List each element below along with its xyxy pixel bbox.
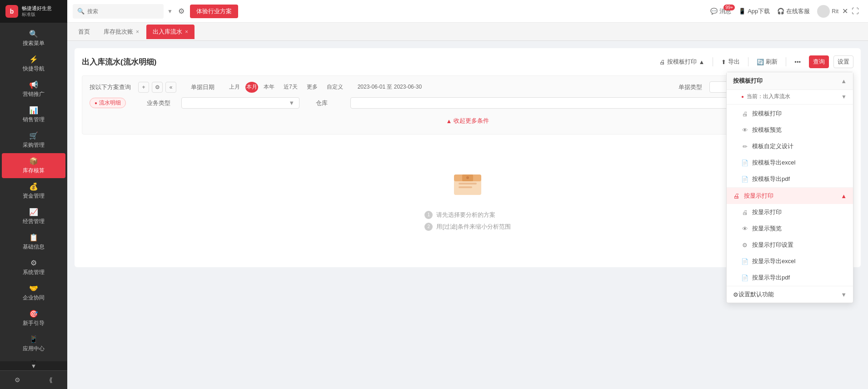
query-btn[interactable]: 查询 [809, 55, 829, 68]
filter-collapse-btn[interactable]: « [165, 82, 176, 93]
sidebar-item-label: 新手引导 [23, 319, 45, 327]
dropdown-title: 按模板打印 [733, 77, 763, 85]
date-btn-last-month[interactable]: 上月 [225, 82, 244, 92]
doc-type-label: 单据类型 [678, 83, 706, 91]
sidebar-scroll-down[interactable]: ▼ [0, 361, 67, 370]
sidebar-item-search[interactable]: 🔍 搜索菜单 [2, 26, 65, 51]
step-2-num: 2 [424, 223, 433, 231]
sidebar-item-quicknav[interactable]: ⚡ 快捷导航 [2, 51, 65, 76]
set-default-icon: ⚙ [733, 291, 738, 298]
dropdown-item-template-print[interactable]: 🖨 按模板打印 [727, 105, 853, 122]
dropdown-item-display-pdf[interactable]: 📄 按显示导出pdf [727, 269, 853, 286]
filter-gear-btn[interactable]: ⚙ [152, 82, 163, 93]
dropdown-footer-label: 设置默认功能 [738, 290, 774, 299]
sidebar-item-sales[interactable]: 📊 销售管理 [2, 102, 65, 127]
operation-icon: 📈 [29, 208, 38, 216]
dropdown-item-template-custom[interactable]: ✏ 模板自定义设计 [727, 138, 853, 155]
refresh-btn[interactable]: 🔄 刷新 [753, 56, 781, 68]
sidebar-item-operation[interactable]: 📈 经营管理 [2, 204, 65, 229]
sidebar-item-wechat[interactable]: 💬 企业微信 [2, 357, 65, 361]
tabbar: 首页 库存批次账 × 出入库流水 × [67, 23, 868, 41]
step-1-num: 1 [424, 211, 433, 219]
dropdown-item-display-excel[interactable]: 📄 按显示导出excel [727, 253, 853, 269]
marketing-icon: 📢 [29, 80, 38, 89]
tab-home[interactable]: 首页 [72, 25, 96, 39]
dropdown-close-icon[interactable]: ▲ [841, 78, 847, 85]
sidebar-item-label: 应用中心 [23, 345, 45, 353]
sidebar-item-guide[interactable]: 🎯 新手引导 [2, 306, 65, 331]
search-box[interactable]: 🔍 [73, 4, 164, 19]
search-chevron-icon[interactable]: ▼ [167, 8, 173, 15]
settings-btn[interactable]: ⚙ [11, 374, 24, 385]
topbar-gear-icon[interactable]: ⚙ [176, 5, 186, 17]
dropdown-item-display-settings[interactable]: ⚙ 按显示打印设置 [727, 237, 853, 253]
business-type-select[interactable]: ▼ [181, 97, 299, 109]
display-pdf-icon: 📄 [741, 274, 748, 281]
template-print-btn[interactable]: 🖨 按模板打印 ▲ [656, 56, 708, 68]
app-edition: 标准版 [22, 11, 52, 18]
date-btn-this-year[interactable]: 本年 [260, 82, 278, 92]
tab-batch-close[interactable]: × [136, 29, 139, 35]
settings-page-btn[interactable]: 设置 [833, 55, 853, 68]
dropdown-item-template-preview[interactable]: 👁 按模板预览 [727, 122, 853, 138]
online-service-btn[interactable]: 🎧 在线客服 [777, 7, 810, 15]
date-btn-more[interactable]: 更多 [303, 82, 321, 92]
phone-icon: 📱 [738, 8, 746, 15]
step-2-text: 用[过滤]条件来缩小分析范围 [436, 221, 510, 233]
date-btn-7days[interactable]: 近7天 [280, 82, 301, 92]
sidebar-item-finance[interactable]: 💰 资金管理 [2, 179, 65, 204]
sidebar-item-basic[interactable]: 📋 基础信息 [2, 229, 65, 254]
basic-icon: 📋 [29, 233, 38, 242]
dropdown-footer[interactable]: ⚙ 设置默认功能 ▼ [727, 286, 853, 303]
dropdown-item-template-pdf[interactable]: 📄 按模板导出pdf [727, 171, 853, 187]
dropdown-item-display-print[interactable]: 🖨 按显示打印 [727, 204, 853, 220]
svg-point-3 [466, 176, 469, 179]
sidebar-item-label: 搜索菜单 [23, 40, 45, 47]
empty-step-1: 1 请先选择要分析的方案 [424, 209, 510, 221]
dropdown-item-label: 按模板导出pdf [752, 175, 790, 183]
user-avatar-area[interactable]: Rit [817, 5, 838, 18]
tab-flow[interactable]: 出入库流水 × [146, 25, 195, 39]
export-btn[interactable]: ⬆ 导出 [718, 56, 743, 68]
date-buttons: 上月 本月 本年 近7天 更多 自定义 [225, 82, 347, 93]
app-download-btn[interactable]: 📱 App下载 [738, 7, 770, 15]
tab-batch[interactable]: 库存批次账 × [97, 25, 145, 39]
dropdown-display-section-header[interactable]: 🖨 按显示打印 ▲ [727, 187, 853, 204]
topbar: 🔍 ▼ ⚙ 体验行业方案 💬 消息 99+ 📱 App下载 🎧 在线客服 Rit [67, 0, 868, 23]
search-input[interactable] [87, 8, 159, 15]
filter-tag[interactable]: ● 流水明细 [90, 98, 126, 108]
search-icon: 🔍 [77, 8, 85, 15]
dropdown-item-label: 按模板导出excel [752, 159, 795, 167]
maximize-icon[interactable]: ⛶ [852, 7, 859, 15]
sidebar-item-label: 库存核算 [23, 167, 45, 175]
dropdown-item-display-preview[interactable]: 👁 按显示预览 [727, 220, 853, 237]
sidebar-item-purchase[interactable]: 🛒 采购管理 [2, 128, 65, 153]
display-section-arrow: ▲ [841, 193, 847, 199]
close-icon[interactable]: ✕ [842, 7, 848, 15]
tab-flow-close[interactable]: × [185, 29, 188, 35]
dropdown-item-label: 按显示打印 [752, 208, 782, 216]
message-btn[interactable]: 💬 消息 99+ [710, 7, 731, 15]
sidebar-item-apps[interactable]: 📱 应用中心 [2, 331, 65, 356]
filter-add-btn[interactable]: + [138, 82, 149, 93]
current-label[interactable]: ● 当前：出入库流水 ▼ [727, 90, 853, 103]
collapse-btn[interactable]: ⟪ [45, 374, 56, 385]
industry-btn[interactable]: 体验行业方案 [190, 5, 238, 18]
business-chevron-icon: ▼ [289, 100, 294, 106]
empty-step-2: 2 用[过滤]条件来缩小分析范围 [424, 221, 510, 233]
more-btn[interactable]: ••• [791, 57, 804, 67]
dropdown-item-template-excel[interactable]: 📄 按模板导出excel [727, 155, 853, 171]
tab-batch-label: 库存批次账 [104, 28, 133, 36]
sidebar-item-marketing[interactable]: 📢 营销推广 [2, 77, 65, 102]
sidebar-item-inventory[interactable]: 📦 库存核算 [2, 153, 65, 178]
tag-icon: ● [95, 100, 97, 105]
sidebar-item-collab[interactable]: 🤝 企业协同 [2, 280, 65, 305]
dropdown-item-label: 模板自定义设计 [752, 142, 793, 150]
sidebar-item-system[interactable]: ⚙ 系统管理 [2, 255, 65, 280]
sidebar-item-label: 经营管理 [23, 218, 45, 225]
up-arrow-icon: ▲ [698, 59, 704, 65]
date-btn-this-month[interactable]: 本月 [245, 82, 258, 93]
date-btn-custom[interactable]: 自定义 [323, 82, 347, 92]
refresh-icon: 🔄 [757, 59, 764, 65]
dropdown-panel: 按模板打印 ▲ ● 当前：出入库流水 ▼ 🖨 [726, 72, 853, 303]
